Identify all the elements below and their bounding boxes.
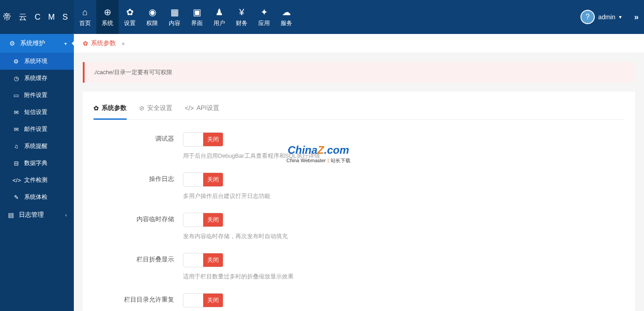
toggle-off-label: 关闭 [203, 213, 223, 227]
nav-label: 用户 [213, 19, 225, 27]
nav-settings[interactable]: ✿设置 [119, 0, 141, 34]
sidebar-item-label: 文件检测 [24, 176, 47, 184]
home-icon: ⌂ [82, 7, 88, 17]
sidebar-group-label: 系统维护 [20, 39, 45, 47]
code-icon: </> [13, 177, 20, 184]
gear-icon: ⚙ [13, 58, 20, 65]
nav-home[interactable]: ⌂首页 [74, 0, 96, 34]
nav-app[interactable]: ✦应用 [253, 0, 275, 34]
active-indicator [72, 41, 74, 46]
sidebar-item-reminder[interactable]: ♫系统提醒 [0, 138, 74, 155]
tab-api[interactable]: </>API设置 [185, 101, 219, 120]
nav-user[interactable]: ♟用户 [208, 0, 230, 34]
sidebar-item-filecheck[interactable]: </>文件检测 [0, 172, 74, 189]
toggle-tempstore[interactable]: 关闭 [183, 213, 223, 227]
form-label: 栏目目录允许重复 [94, 293, 183, 304]
nav-interface[interactable]: ▣界面 [186, 0, 208, 34]
puzzle-icon: ✦ [260, 7, 268, 17]
list-icon: ▤ [7, 211, 14, 219]
nav-finance[interactable]: ¥财务 [230, 0, 253, 34]
tab-label: 安全设置 [147, 104, 172, 112]
toggle-off-label: 关闭 [203, 173, 223, 186]
breadcrumb-label: 系统参数 [91, 39, 116, 47]
sidebar-item-label: 系统环境 [24, 57, 47, 65]
nav-content[interactable]: ▦内容 [163, 0, 186, 34]
form-desc: 适用于栏目数量过多时的折叠缩放显示效果 [183, 273, 624, 281]
toggle-fold[interactable]: 关闭 [183, 253, 223, 267]
sidebar-item-env[interactable]: ⚙系统环境 [0, 53, 74, 70]
sidebar-item-label: 邮件设置 [24, 125, 47, 133]
sidebar-group-system-maint[interactable]: ⚙ 系统维护 ▾ [0, 34, 74, 53]
sidebar-item-label: 系统提醒 [24, 142, 47, 150]
sidebar-item-cache[interactable]: ◷系统缓存 [0, 70, 74, 87]
envelope-icon: ✉ [13, 126, 20, 133]
form-label: 操作日志 [94, 172, 183, 183]
nav-label: 内容 [169, 19, 180, 27]
user-name: admin [598, 13, 615, 21]
chevron-down-icon: ▾ [64, 41, 67, 46]
sidebar-item-attachment[interactable]: ▭附件设置 [0, 87, 74, 104]
sidebar-group-label: 日志管理 [19, 211, 44, 219]
tab-label: 系统参数 [102, 104, 127, 112]
nav-label: 首页 [79, 19, 91, 27]
toggle-dupdir[interactable]: 关闭 [183, 293, 223, 307]
nav-label: 设置 [124, 19, 136, 27]
chevron-down-icon: ▾ [619, 14, 622, 20]
clock-icon: ◷ [13, 75, 20, 82]
expand-button[interactable]: » [629, 0, 644, 34]
form-row-fold: 栏目折叠显示 关闭 适用于栏目数量过多时的折叠缩放显示效果 [94, 253, 624, 281]
toggle-off-label: 关闭 [203, 294, 223, 307]
sidebar-item-dict[interactable]: ⊟数据字典 [0, 155, 74, 172]
sidebar-item-label: 短信设置 [24, 108, 47, 116]
form-row-oplog: 操作日志 关闭 多用户操作后台建议打开日志功能 [94, 172, 624, 200]
nav-label: 权限 [146, 19, 158, 27]
cogs-icon: ✿ [126, 7, 134, 17]
form-row-dupdir: 栏目目录允许重复 关闭 栏目开启之后请不要使用目录作为伪静态关键字 [94, 293, 624, 311]
sidebar-item-sms[interactable]: ✉短信设置 [0, 104, 74, 121]
sidebar-item-label: 附件设置 [24, 91, 47, 99]
nav-items: ⌂首页 ⊕系统 ✿设置 ◉权限 ▦内容 ▣界面 ♟用户 ¥财务 ✦应用 ☁服务 [74, 0, 298, 34]
list-icon: ⊟ [13, 160, 20, 167]
folder-icon: ▭ [13, 92, 20, 99]
form-desc: 发布内容临时存储，再次发布时自动填充 [183, 232, 624, 240]
sidebar-item-label: 数据字典 [24, 159, 47, 167]
avatar: ? [580, 10, 595, 24]
sidebar-group-logs[interactable]: ▤ 日志管理 ‹ [0, 206, 74, 224]
yen-icon: ¥ [239, 7, 244, 17]
tab-label: API设置 [196, 104, 219, 112]
sidebar-item-label: 系统体检 [24, 193, 47, 201]
tabs: ✿系统参数 ⊘安全设置 </>API设置 [94, 101, 624, 120]
sidebar-item-syscheck[interactable]: ✎系统体检 [0, 189, 74, 206]
toggle-debugger[interactable]: 关闭 [183, 132, 223, 147]
nav-service[interactable]: ☁服务 [275, 0, 298, 34]
globe-icon: ⊕ [104, 7, 111, 17]
form-row-debugger: 调试器 关闭 用于后台启用DebugBar工具查看程序和SQL执行详情 [94, 132, 624, 160]
sidebar-item-label: 系统缓存 [24, 74, 47, 82]
logo: 帝 云 C M S [0, 0, 74, 34]
form-label: 内容临时存储 [94, 213, 183, 223]
gear-icon: ✿ [83, 40, 88, 47]
sidebar: ⚙ 系统维护 ▾ ⚙系统环境 ◷系统缓存 ▭附件设置 ✉短信设置 ✉邮件设置 ♫… [0, 34, 74, 311]
nav-label: 应用 [258, 19, 270, 27]
cloud-icon: ☁ [282, 7, 291, 17]
form-row-tempstore: 内容临时存储 关闭 发布内容临时存储，再次发布时自动填充 [94, 213, 624, 240]
sidebar-item-mail[interactable]: ✉邮件设置 [0, 121, 74, 138]
wrench-icon: ✎ [13, 194, 20, 201]
nav-system[interactable]: ⊕系统 [96, 0, 119, 34]
ban-icon: ⊘ [139, 105, 145, 112]
settings-panel: ✿系统参数 ⊘安全设置 </>API设置 调试器 关闭 用于后台启用DebugB… [83, 92, 635, 311]
user-dropdown[interactable]: ? admin ▾ [573, 0, 629, 34]
nav-permission[interactable]: ◉权限 [141, 0, 163, 34]
bell-icon: ♫ [13, 143, 20, 150]
tab-system-params[interactable]: ✿系统参数 [94, 101, 127, 120]
toggle-off-label: 关闭 [203, 133, 223, 146]
chevron-left-icon: ‹ [65, 213, 67, 218]
tab-security[interactable]: ⊘安全设置 [139, 101, 172, 120]
nav-label: 服务 [281, 19, 292, 27]
alert-warning: ./cache/目录一定要有可写权限 [83, 62, 635, 83]
code-icon: </> [185, 105, 194, 112]
layout-icon: ▣ [193, 7, 201, 17]
toggle-oplog[interactable]: 关闭 [183, 172, 223, 187]
gear-icon: ⚙ [9, 40, 16, 47]
dot-icon: ● [121, 40, 125, 47]
